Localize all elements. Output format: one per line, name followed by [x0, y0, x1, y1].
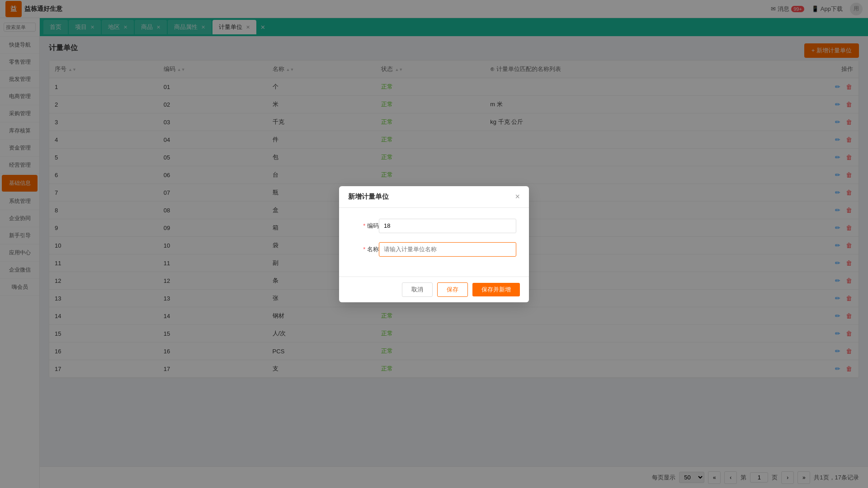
code-form-row: 编码: [352, 219, 516, 233]
modal-overlay: 新增计量单位 × 编码 名称 取消 保存 保存并新增: [0, 0, 868, 488]
modal-title: 新增计量单位: [348, 192, 389, 201]
name-input[interactable]: [379, 242, 516, 257]
name-form-row: 名称: [352, 242, 516, 257]
save-new-button[interactable]: 保存并新增: [472, 283, 520, 296]
add-unit-modal: 新增计量单位 × 编码 名称 取消 保存 保存并新增: [339, 186, 529, 302]
modal-header: 新增计量单位 ×: [339, 186, 529, 208]
code-label: 编码: [352, 222, 379, 230]
code-input[interactable]: [379, 219, 516, 233]
modal-body: 编码 名称: [339, 208, 529, 277]
cancel-button[interactable]: 取消: [402, 282, 433, 297]
save-button[interactable]: 保存: [437, 282, 468, 297]
modal-close-button[interactable]: ×: [515, 192, 520, 201]
modal-footer: 取消 保存 保存并新增: [339, 277, 529, 302]
name-label: 名称: [352, 245, 379, 253]
